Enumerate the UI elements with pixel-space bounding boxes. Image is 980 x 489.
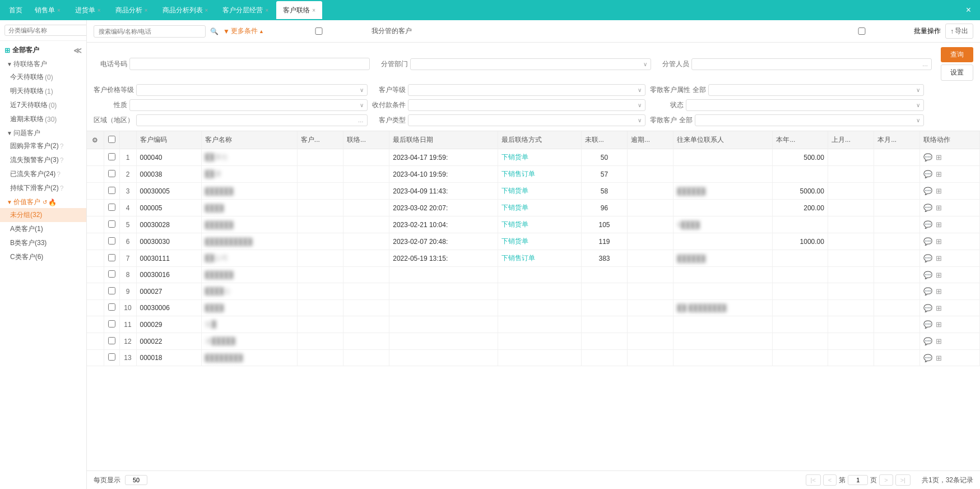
last-method-link[interactable]: 下销货单 [501,153,528,161]
row-checkbox[interactable] [108,170,115,177]
th-last-date[interactable]: 最后联络日期 [389,131,498,149]
region-select[interactable]: … [136,114,368,126]
filter-search-icon[interactable]: 🔍 [210,27,219,35]
nav-tab-customer-contact[interactable]: 客户联络 × [276,1,322,19]
chat-action-icon[interactable]: 💬 [923,320,932,329]
nav-tab-sales[interactable]: 销售单 × [28,1,67,19]
batch-checkbox[interactable] [811,27,912,35]
th-settings[interactable]: ⚙ [87,131,104,149]
last-method-link[interactable]: 下销售订单 [501,254,535,262]
chat-action-icon[interactable]: 💬 [923,237,932,246]
row-checkbox[interactable] [108,220,115,228]
manager-select[interactable]: … [691,58,932,70]
th-unit-contact[interactable]: 往来单位联系人 [674,131,773,149]
chat-action-icon[interactable]: 💬 [923,254,932,262]
last-method-link[interactable]: 下销货单 [501,220,528,228]
grid-action-icon[interactable]: ⊞ [936,153,942,162]
row-checkbox[interactable] [108,320,115,327]
dept-select[interactable]: ∨ [410,58,651,70]
th-this-month[interactable]: 本月... [874,131,920,149]
retail-customer-select[interactable]: ∨ [695,114,924,126]
first-page-button[interactable]: |< [806,474,821,486]
my-customers-checkbox[interactable] [268,27,369,35]
chat-action-icon[interactable]: 💬 [923,287,932,296]
th-code[interactable]: 客户编码 [136,131,201,149]
row-checkbox[interactable] [108,353,115,361]
grid-action-icon[interactable]: ⊞ [936,220,942,229]
payment-select[interactable]: ∨ [408,99,646,111]
search-input[interactable] [94,25,206,38]
last-page-button[interactable]: >| [895,474,911,486]
grid-action-icon[interactable]: ⊞ [936,254,942,262]
sidebar-item-tomorrow[interactable]: 明天待联络 (1) [0,84,86,98]
grid-action-icon[interactable]: ⊞ [936,320,942,329]
sidebar-item-class-b[interactable]: B类客户(33) [0,236,86,250]
grid-action-icon[interactable]: ⊞ [936,354,942,362]
row-checkbox[interactable] [108,270,115,278]
select-all-checkbox[interactable] [108,136,115,143]
prev-page-button[interactable]: < [823,474,837,486]
close-product-list-icon[interactable]: × [205,7,208,13]
query-button[interactable]: 查询 [941,47,973,62]
close-purchase-icon[interactable]: × [97,7,101,13]
nature-select[interactable]: ∨ [129,99,368,111]
th-contact[interactable]: 联络... [343,131,389,149]
row-checkbox[interactable] [108,254,115,261]
status-select[interactable]: ∨ [686,99,924,111]
last-method-link[interactable]: 下销货单 [501,237,528,245]
grid-action-icon[interactable]: ⊞ [936,204,942,212]
group-title-problem[interactable]: ▼ 问题客户 [0,126,86,139]
last-method-link[interactable]: 下销货单 [501,204,528,211]
row-checkbox[interactable] [108,287,115,294]
filter-more-button[interactable]: ▼ 更多条件 ▲ [223,26,264,36]
collapse-button[interactable]: ≪ [73,46,82,55]
sidebar-item-lost[interactable]: 已流失客户(24) ? [0,167,86,181]
last-method-link[interactable]: 下销售订单 [501,170,535,178]
grid-action-icon[interactable]: ⊞ [936,287,942,296]
chat-action-icon[interactable]: 💬 [923,304,932,312]
per-page-input[interactable]: 50 [125,475,147,485]
grid-action-icon[interactable]: ⊞ [936,271,942,279]
grid-action-icon[interactable]: ⊞ [936,237,942,246]
grid-action-icon[interactable]: ⊞ [936,170,942,178]
sidebar-item-today[interactable]: 今天待联络 (0) [0,70,86,84]
row-checkbox[interactable] [108,187,115,194]
next-page-button[interactable]: > [879,474,893,486]
sidebar-item-7days[interactable]: 近7天待联络 (0) [0,98,86,112]
all-customers-header[interactable]: ⊞ 全部客户 ≪ [0,41,86,57]
sidebar-item-class-c[interactable]: C类客户(6) [0,250,86,264]
sidebar-item-overdue[interactable]: 逾期未联络 (30) [0,112,86,126]
nav-tab-home[interactable]: 首页 [4,1,27,19]
th-type[interactable]: 客户... [297,131,343,149]
chat-action-icon[interactable]: 💬 [923,170,932,178]
page-input[interactable] [848,475,868,485]
grid-action-icon[interactable]: ⊞ [936,337,942,345]
row-checkbox[interactable] [108,204,115,211]
row-checkbox[interactable] [108,237,115,245]
close-product-analysis-icon[interactable]: × [145,7,148,13]
close-customer-segment-icon[interactable]: × [265,7,268,13]
customer-type-select[interactable]: ∨ [408,114,646,126]
chat-action-icon[interactable]: 💬 [923,187,932,195]
chat-action-icon[interactable]: 💬 [923,271,932,279]
phone-input[interactable] [129,58,370,70]
window-close-button[interactable]: × [962,5,976,15]
chat-action-icon[interactable]: 💬 [923,204,932,212]
group-title-pending[interactable]: ▼ 待联络客户 [0,57,86,70]
grid-action-icon[interactable]: ⊞ [936,304,942,312]
th-name[interactable]: 客户名称 [201,131,297,149]
refresh-icon[interactable]: ↺ [43,199,47,205]
th-this-year[interactable]: 本年... [773,131,828,149]
close-customer-contact-icon[interactable]: × [312,7,315,13]
retail-attr-select[interactable]: ∨ [708,84,924,96]
row-checkbox[interactable] [108,303,115,311]
nav-tab-purchase[interactable]: 进货单 × [68,1,108,19]
price-level-select[interactable]: ∨ [136,84,368,96]
chat-action-icon[interactable]: 💬 [923,337,932,345]
th-last-method[interactable]: 最后联络方式 [498,131,582,149]
sidebar-item-ungroup[interactable]: 未分组(32) [0,208,86,222]
nav-tab-product-list[interactable]: 商品分析列表 × [156,1,215,19]
my-customers-checkbox-label[interactable]: 我分管的客户 [268,26,412,36]
nav-tab-product-analysis[interactable]: 商品分析 × [109,1,155,19]
reset-button[interactable]: 设置 [941,64,973,81]
